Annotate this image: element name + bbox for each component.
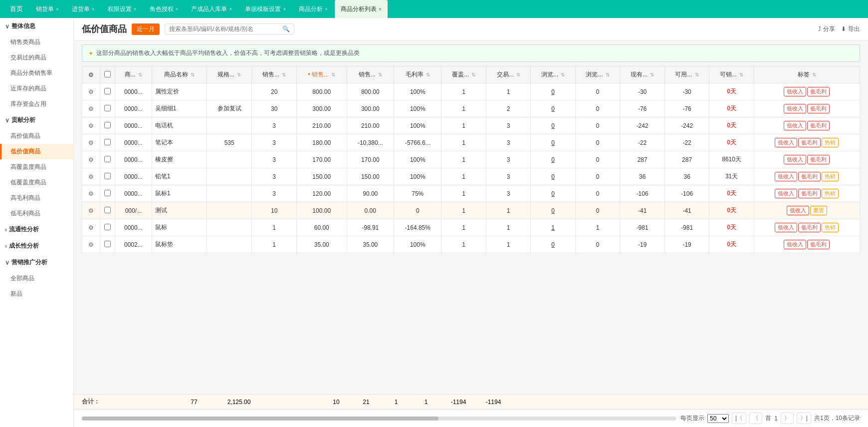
row-checkbox[interactable] bbox=[104, 88, 111, 94]
first-page-button[interactable]: |〈 bbox=[732, 413, 746, 424]
row-checkbox[interactable] bbox=[104, 224, 111, 230]
cell-views1[interactable]: 0 bbox=[531, 83, 575, 100]
col-available[interactable]: 可用... ⇅ bbox=[664, 66, 709, 83]
sidebar-section-liquidity[interactable]: ›流通性分析 bbox=[0, 221, 73, 238]
cell-checkbox[interactable] bbox=[100, 117, 115, 134]
views-link[interactable]: 0 bbox=[551, 88, 555, 95]
cell-views1[interactable]: 0 bbox=[531, 202, 575, 219]
nav-product-stock[interactable]: 产成品入库单 × bbox=[185, 0, 238, 18]
views-link[interactable]: 0 bbox=[551, 139, 555, 146]
sidebar-section-marketing[interactable]: ∨营销推广分析 bbox=[0, 254, 73, 271]
cell-checkbox[interactable] bbox=[100, 100, 115, 117]
sidebar-item-high-coverage[interactable]: 高覆盖度商品 bbox=[0, 159, 73, 175]
views-link[interactable]: 1 bbox=[551, 224, 555, 231]
col-code[interactable]: 商... ⇅ bbox=[115, 66, 152, 83]
cell-row-settings[interactable]: ⚙ bbox=[82, 83, 100, 100]
nav-role-auth[interactable]: 角色授权 × bbox=[144, 0, 185, 18]
nav-product-analysis-list[interactable]: 商品分析列表 × bbox=[335, 0, 388, 18]
sidebar-item-near-stock[interactable]: 近库存的商品 bbox=[0, 81, 73, 96]
col-name[interactable]: 商品名称 ⇅ bbox=[152, 66, 207, 83]
row-checkbox[interactable] bbox=[104, 139, 111, 145]
sidebar-item-low-coverage[interactable]: 低覆盖度商品 bbox=[0, 175, 73, 190]
cell-views1[interactable]: 0 bbox=[531, 168, 575, 185]
prev-page-button[interactable]: 〈 bbox=[749, 413, 762, 424]
col-sales-qty[interactable]: 销售... ⇅ bbox=[252, 66, 296, 83]
time-filter-button[interactable]: 近一月 bbox=[132, 23, 160, 35]
scroll-bar[interactable] bbox=[82, 417, 676, 421]
cell-row-settings[interactable]: ⚙ bbox=[82, 185, 100, 202]
close-icon[interactable]: × bbox=[56, 6, 59, 12]
cell-row-settings[interactable]: ⚙ bbox=[82, 151, 100, 168]
cell-views1[interactable]: 0 bbox=[531, 134, 575, 151]
views-link[interactable]: 0 bbox=[551, 190, 555, 197]
close-icon[interactable]: × bbox=[379, 6, 382, 12]
views-link[interactable]: 0 bbox=[551, 122, 555, 129]
cell-checkbox[interactable] bbox=[100, 168, 115, 185]
row-checkbox[interactable] bbox=[104, 105, 111, 111]
cell-checkbox[interactable] bbox=[100, 83, 115, 100]
sidebar-section-growth[interactable]: ›成长性分析 bbox=[0, 238, 73, 254]
nav-permission-settings[interactable]: 权限设置 × bbox=[102, 0, 143, 18]
export-button[interactable]: ⬇ 导出 bbox=[841, 25, 860, 33]
cell-row-settings[interactable]: ⚙ bbox=[82, 117, 100, 134]
cell-views1[interactable]: 0 bbox=[531, 151, 575, 168]
share-button[interactable]: ⤴ 分享 bbox=[818, 25, 835, 33]
nav-template-settings[interactable]: 单据模板设置 × bbox=[239, 0, 292, 18]
row-checkbox[interactable] bbox=[104, 207, 111, 213]
nav-home[interactable]: 首页 bbox=[4, 0, 29, 18]
col-views2[interactable]: 浏览... ⇅ bbox=[575, 66, 620, 83]
cell-views1[interactable]: 0 bbox=[531, 185, 575, 202]
sidebar-item-sales-products[interactable]: 销售类商品 bbox=[0, 34, 73, 50]
cell-row-settings[interactable]: ⚙ bbox=[82, 100, 100, 117]
views-link[interactable]: 0 bbox=[551, 173, 555, 180]
col-coverage[interactable]: 覆盖... ⇅ bbox=[441, 66, 486, 83]
close-icon[interactable]: × bbox=[229, 6, 232, 12]
cell-checkbox[interactable] bbox=[100, 151, 115, 168]
col-tags[interactable]: 标签 ⇅ bbox=[754, 66, 860, 83]
sidebar-item-category-sales-rate[interactable]: 商品分类销售率 bbox=[0, 65, 73, 81]
cell-row-settings[interactable]: ⚙ bbox=[82, 134, 100, 151]
close-icon[interactable]: × bbox=[325, 6, 328, 12]
sidebar-item-high-margin[interactable]: 高毛利商品 bbox=[0, 190, 73, 206]
col-sales-avg[interactable]: 销售... ⇅ bbox=[347, 66, 394, 83]
row-checkbox[interactable] bbox=[104, 122, 111, 128]
views-link[interactable]: 0 bbox=[551, 156, 555, 163]
per-page-select[interactable]: 50 100 200 bbox=[707, 414, 729, 423]
row-checkbox[interactable] bbox=[104, 190, 111, 196]
views-link[interactable]: 0 bbox=[551, 241, 555, 248]
cell-checkbox[interactable] bbox=[100, 236, 115, 253]
sidebar-section-overview[interactable]: ∨整体信息 bbox=[0, 18, 73, 34]
sidebar-item-low-value[interactable]: 低价值商品 bbox=[0, 144, 73, 159]
cell-views1[interactable]: 0 bbox=[531, 100, 575, 117]
cell-checkbox[interactable] bbox=[100, 202, 115, 219]
cell-checkbox[interactable] bbox=[100, 185, 115, 202]
sidebar-item-high-value[interactable]: 高价值商品 bbox=[0, 128, 73, 144]
col-transactions[interactable]: 交易... ⇅ bbox=[486, 66, 530, 83]
col-sales-amount[interactable]: • 销售... ⇅ bbox=[296, 66, 347, 83]
cell-checkbox[interactable] bbox=[100, 134, 115, 151]
col-views1[interactable]: 浏览... ⇅ bbox=[531, 66, 575, 83]
sidebar-section-contribution[interactable]: ∨贡献分析 bbox=[0, 112, 73, 128]
col-current-stock[interactable]: 现有... ⇅ bbox=[620, 66, 664, 83]
cell-views1[interactable]: 0 bbox=[531, 117, 575, 134]
search-input[interactable] bbox=[169, 25, 280, 32]
sidebar-item-all-products[interactable]: 全部商品 bbox=[0, 271, 73, 286]
close-icon[interactable]: × bbox=[176, 6, 179, 12]
col-gross-margin[interactable]: 毛利率 ⇅ bbox=[394, 66, 441, 83]
cell-views1[interactable]: 1 bbox=[531, 219, 575, 236]
last-page-button[interactable]: 〉| bbox=[797, 413, 811, 424]
col-settings[interactable]: ⚙ bbox=[82, 66, 100, 83]
views-link[interactable]: 0 bbox=[551, 105, 555, 112]
row-checkbox[interactable] bbox=[104, 241, 111, 247]
row-checkbox[interactable] bbox=[104, 156, 111, 162]
close-icon[interactable]: × bbox=[283, 6, 286, 12]
cell-row-settings[interactable]: ⚙ bbox=[82, 236, 100, 253]
sidebar-item-low-margin[interactable]: 低毛利商品 bbox=[0, 206, 73, 221]
cell-row-settings[interactable]: ⚙ bbox=[82, 219, 100, 236]
col-saleable[interactable]: 可销... ⇅ bbox=[709, 66, 754, 83]
row-checkbox[interactable] bbox=[104, 173, 111, 179]
search-icon[interactable]: 🔍 bbox=[282, 25, 290, 32]
close-icon[interactable]: × bbox=[92, 6, 95, 12]
sidebar-item-new-products[interactable]: 新品 bbox=[0, 286, 73, 302]
cell-checkbox[interactable] bbox=[100, 219, 115, 236]
